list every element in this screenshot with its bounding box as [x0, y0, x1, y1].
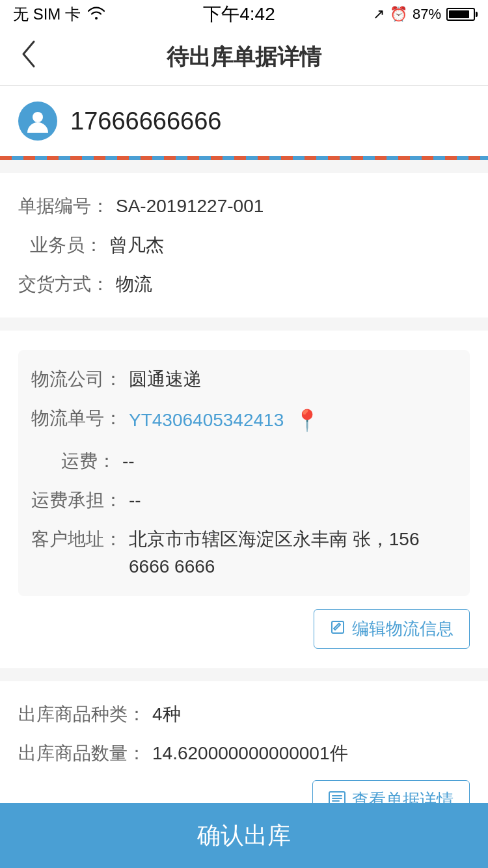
status-left: 无 SIM 卡 [13, 4, 105, 25]
edit-icon [330, 619, 346, 640]
logistics-company-row: 物流公司： 圆通速递 [31, 366, 457, 393]
edit-logistics-area: 编辑物流信息 [18, 609, 470, 649]
address-label: 客户地址： [31, 526, 129, 553]
freight-bear-value: -- [129, 487, 457, 514]
confirm-button[interactable]: 确认出库 [197, 820, 291, 852]
customer-phone: 17666666666 [70, 107, 221, 135]
logistics-company-value: 圆通速递 [129, 366, 457, 393]
customer-header: 17666666666 [0, 86, 488, 156]
goods-type-value: 4种 [152, 701, 470, 728]
goods-type-label: 出库商品种类： [18, 701, 152, 728]
salesperson-value: 曾凡杰 [109, 232, 470, 259]
battery-percent: 87% [413, 6, 441, 23]
goods-qty-label: 出库商品数量： [18, 740, 152, 767]
delivery-value: 物流 [116, 271, 470, 298]
logistics-section: 物流公司： 圆通速递 物流单号： YT4306405342413 📍 运费： -… [0, 331, 488, 668]
freight-bear-row: 运费承担： -- [31, 487, 457, 514]
page-title: 待出库单据详情 [167, 42, 321, 72]
goods-qty-value: 14.620000000000001件 [152, 740, 470, 767]
freight-label: 运费： [31, 448, 122, 475]
address-value: 北京市市辖区海淀区永丰南 张，156 6666 6666 [129, 526, 457, 580]
salesperson-label: 业务员： [18, 232, 109, 259]
battery-icon [446, 8, 475, 21]
order-no-label: 单据编号： [18, 193, 116, 220]
tracking-value: YT4306405342413 📍 [129, 405, 457, 436]
freight-value: -- [122, 448, 457, 475]
wifi-icon [87, 5, 105, 23]
order-no-value: SA-20191227-001 [116, 193, 470, 220]
status-bar: 无 SIM 卡 下午4:42 ↗ ⏰ 87% [0, 0, 488, 29]
person-icon [25, 108, 51, 134]
edit-logistics-label: 编辑物流信息 [352, 617, 454, 640]
svg-point-0 [33, 112, 43, 122]
logistics-card: 物流公司： 圆通速递 物流单号： YT4306405342413 📍 运费： -… [18, 350, 470, 596]
edit-logistics-button[interactable]: 编辑物流信息 [314, 609, 470, 649]
logistics-company-label: 物流公司： [31, 366, 129, 393]
back-button[interactable] [18, 39, 38, 75]
delivery-label: 交货方式： [18, 271, 116, 298]
goods-type-row: 出库商品种类： 4种 [18, 701, 470, 728]
location-status-icon: ↗ [373, 6, 385, 23]
freight-row: 运费： -- [31, 448, 457, 475]
freight-bear-label: 运费承担： [31, 487, 129, 514]
nav-bar: 待出库单据详情 [0, 29, 488, 86]
goods-qty-row: 出库商品数量： 14.620000000000001件 [18, 740, 470, 767]
dashed-separator [0, 156, 488, 160]
address-row: 客户地址： 北京市市辖区海淀区永丰南 张，156 6666 6666 [31, 526, 457, 580]
delivery-row: 交货方式： 物流 [18, 271, 470, 298]
tracking-label: 物流单号： [31, 405, 129, 432]
order-no-row: 单据编号： SA-20191227-001 [18, 193, 470, 220]
time-text: 下午4:42 [203, 2, 275, 27]
carrier-text: 无 SIM 卡 [13, 4, 81, 25]
map-pin-icon[interactable]: 📍 [294, 405, 320, 436]
alarm-icon: ⏰ [390, 6, 407, 23]
salesperson-row: 业务员： 曾凡杰 [18, 232, 470, 259]
avatar [18, 102, 57, 141]
order-info-section: 单据编号： SA-20191227-001 业务员： 曾凡杰 交货方式： 物流 [0, 173, 488, 318]
status-right: ↗ ⏰ 87% [373, 6, 475, 23]
tracking-row: 物流单号： YT4306405342413 📍 [31, 405, 457, 436]
confirm-bar[interactable]: 确认出库 [0, 803, 488, 868]
